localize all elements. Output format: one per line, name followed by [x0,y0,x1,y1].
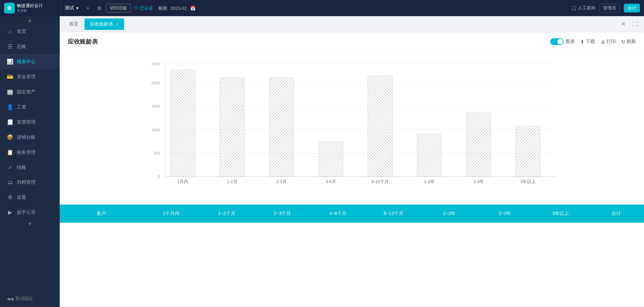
ledger-icon: ☰ [7,43,13,50]
sales-icon: 📦 [7,134,13,140]
sidebar-item-closing[interactable]: ✓ 结账 [0,160,60,175]
svg-text:3-6月: 3-6月 [325,179,336,184]
tab-close-icon[interactable]: ✕ [115,22,119,27]
svg-text:2500: 2500 [151,62,160,66]
page-title: 应收账龄表 [68,38,98,46]
certified-label: 已认证 [140,5,153,11]
th-customer: 客户 [60,205,143,223]
sidebar-label-home: 首页 [17,29,26,35]
th-6to12months: 6~12个月 [366,205,421,223]
add-button[interactable]: ＋ [83,3,93,13]
th-3plus-years: 3年以上 [533,205,588,223]
main-layout: ▲ ⌂ 首页 ☰ 总账 📊 报表中心 💳 资金管理 🏢 固定资产 [0,16,644,307]
expand-button[interactable]: ⛶ [631,19,640,29]
page-inner: 应收账龄表 图表 ⬇ 下载 🖨 打印 [60,32,644,307]
svg-text:3年以上: 3年以上 [520,179,536,184]
sidebar-item-reports[interactable]: 📊 报表中心 [0,54,60,69]
chart-container: 500 1000 1500 2000 2500 [68,57,636,198]
tab-home-label: 首页 [69,21,78,27]
home-icon: ⌂ [7,29,13,35]
chevron-down-icon: ▾ [76,5,78,11]
workspace-name: 测试 [65,5,74,11]
bar-2 [220,78,245,177]
sidebar-item-ledger[interactable]: ☰ 总账 [0,39,60,54]
sidebar: ▲ ⌂ 首页 ☰ 总账 📊 报表中心 💳 资金管理 🏢 固定资产 [0,16,60,307]
sidebar-item-tax[interactable]: 📋 税务管理 [0,145,60,160]
svg-text:2-3年: 2-3年 [473,179,484,184]
archive-icon: 🗂 [7,179,13,185]
sidebar-scroll-up[interactable]: ▲ [0,16,60,24]
sidebar-item-settings[interactable]: ⚙ 设置 [0,190,60,205]
th-1month: 1个月内 [143,205,199,223]
sidebar-label-ledger: 总账 [17,44,26,50]
svg-text:1000: 1000 [151,128,160,132]
consult-button[interactable]: 🎧 人工咨询 [571,5,595,11]
sidebar-item-salary[interactable]: 👤 工资 [0,99,60,115]
sidebar-item-finance[interactable]: 💳 资金管理 [0,69,60,84]
pin-button[interactable]: ◀◀ 取消固定 [0,293,60,304]
tab-home[interactable]: 首页 [64,18,84,30]
content-area: 首页 应收账龄表 ✕ ✕ ⛶ 应收账龄表 图表 [60,16,644,307]
bar-8 [516,126,540,177]
sidebar-scroll-down[interactable]: ▼ [0,220,60,228]
sidebar-label-finance: 资金管理 [17,74,36,80]
tab-ar-aging[interactable]: 应收账龄表 ✕ [85,18,124,30]
settings-sidebar-icon: ⚙ [7,194,13,201]
tab-bar-actions: ✕ ⛶ [619,19,640,29]
svg-text:1月内: 1月内 [177,179,188,184]
workspace-selector[interactable]: 测试 ▾ [65,5,78,11]
table-header-row: 客户 1个月内 1~2个月 2~3个月 3~6个月 6~12个月 1~2年 2~… [60,205,644,223]
download-button[interactable]: ⬇ 下载 [580,39,595,45]
period-info: 账期 2023-02 📅 [156,5,196,11]
period-value: 2023-02 [170,6,186,11]
sidebar-item-guide[interactable]: ▶ 新手引导 [0,205,60,220]
topbar: 会 畅捷通好会计 专业版 测试 ▾ ＋ ⚙ 切到旧版 🛡 已认证 账期 2023… [0,0,644,16]
sidebar-item-home[interactable]: ⌂ 首页 [0,24,60,39]
sidebar-item-archive[interactable]: 🗂 归档管理 [0,175,60,190]
sidebar-item-assets[interactable]: 🏢 固定资产 [0,84,60,99]
th-1to2years: 1~2年 [421,205,477,223]
sidebar-label-invoice: 发票管理 [17,119,36,125]
download-icon: ⬇ [580,39,584,44]
svg-text:2000: 2000 [151,81,160,85]
sidebar-item-sales[interactable]: 📦 进销台账 [0,130,60,145]
page-header: 应收账龄表 图表 ⬇ 下载 🖨 打印 [60,32,644,50]
logo-text: 畅捷通好会计 [17,3,43,8]
assets-icon: 🏢 [7,89,13,95]
closing-icon: ✓ [7,164,13,171]
sidebar-label-assets: 固定资产 [17,89,36,95]
reports-icon: 📊 [7,58,13,65]
table-section: 客户 1个月内 1~2个月 2~3个月 3~6个月 6~12个月 1~2年 2~… [60,205,644,223]
chart-toggle[interactable] [550,38,564,45]
print-button[interactable]: 🖨 打印 [600,39,616,45]
switch-old-button[interactable]: 切到旧版 [106,4,131,12]
bar-4 [318,142,343,177]
bar-7 [466,113,491,177]
bar-5 [368,76,392,177]
sidebar-label-settings: 设置 [17,194,26,201]
calendar-icon[interactable]: 📅 [190,6,196,11]
period-label: 账期 [158,6,167,11]
certified-badge: 🛡 已认证 [134,5,153,11]
svg-text:6-12个月: 6-12个月 [371,179,388,184]
sidebar-item-invoice[interactable]: 🧾 发票管理 [0,115,60,130]
th-2to3months: 2~3个月 [255,205,310,223]
bar-1 [170,70,195,177]
topbar-actions: ＋ ⚙ 切到旧版 [83,3,131,13]
svg-text:1-2年: 1-2年 [424,179,434,184]
sidebar-label-closing: 结账 [17,165,26,171]
role-button[interactable]: 会计 [624,4,640,12]
manager-button[interactable]: 管理员 [599,4,620,12]
sidebar-scroll: ▲ ⌂ 首页 ☰ 总账 📊 报表中心 💳 资金管理 🏢 固定资产 [0,16,60,290]
th-3to6months: 3~6个月 [310,205,366,223]
page-content: 应收账龄表 图表 ⬇ 下载 🖨 打印 [60,32,644,307]
pin-label: 取消固定 [15,296,33,302]
refresh-button[interactable]: ↻ 刷新 [621,39,636,45]
settings-icon[interactable]: ⚙ [95,3,104,13]
refresh-label: 刷新 [627,39,636,45]
tax-icon: 📋 [7,149,13,156]
svg-text:2-3月: 2-3月 [276,179,286,184]
sidebar-bottom: ◀◀ 取消固定 [0,290,60,307]
close-tab-button[interactable]: ✕ [619,19,628,29]
bar-6 [417,134,442,177]
